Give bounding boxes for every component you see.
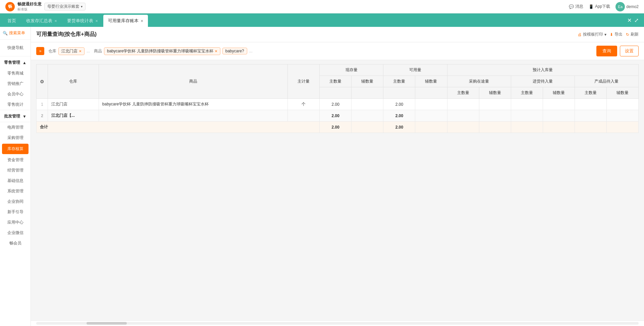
top-bar: 畅 畅捷通好生意 标准版 母婴行业演示账套 ▾ 💬 消息 📱 App下载 Ea … (0, 0, 644, 13)
summary-avail-aux (415, 122, 447, 133)
search-menu-btn[interactable]: 🔍 搜索菜单 (3, 30, 28, 36)
th-cs-main (320, 87, 352, 99)
tab-order-stats-close[interactable]: ✕ (95, 19, 98, 23)
print-icon: 🖨 (578, 32, 582, 37)
expand-btn[interactable]: » (36, 47, 44, 55)
tab-bar-actions: ✕ ⤢ (627, 13, 641, 27)
tab-available-stock[interactable]: 可用量库存账本 ✕ (103, 15, 148, 27)
sidebar-item-system[interactable]: 系统管理 (0, 186, 31, 196)
th-production-arrival: 产成品待入量 (575, 76, 638, 87)
th-settings: ⚙ (37, 64, 48, 99)
warehouse-tag[interactable]: 江北门店 ✕ (58, 47, 85, 55)
th-available-aux-qty: 辅数量 (415, 76, 447, 87)
search-menu-label: 搜索菜单 (9, 30, 25, 36)
product-tag1-text: babycare学饮杯 儿童防摔防撞吸管杯重力球吸嘴杯宝宝水杯 (107, 48, 213, 54)
warehouse-tag-text: 江北门店 (61, 48, 77, 54)
sidebar-item-newbie[interactable]: 新手引导 (0, 207, 31, 217)
industry-selector[interactable]: 母婴行业演示账套 ▾ (44, 3, 86, 10)
summary-prod-aux (606, 122, 638, 133)
row-warehouse-2: 江北门店【... (48, 110, 99, 122)
sidebar-wholesale-title[interactable]: 批发管理 ▼ (0, 110, 31, 122)
sidebar-item-enterprise[interactable]: 企业协同 (0, 196, 31, 207)
sidebar-retail-title[interactable]: 零售管理 ▲ (0, 56, 31, 68)
row-num-2: 2 (37, 110, 48, 122)
gear-icon[interactable]: ⚙ (40, 79, 44, 84)
avatar: Ea (615, 2, 625, 11)
sidebar-item-retail-mall[interactable]: 零售商城 (0, 68, 31, 79)
row-unit-2 (288, 110, 320, 122)
tab-receipt-summary-close[interactable]: ✕ (54, 19, 57, 23)
refresh-icon: ↻ (626, 32, 629, 37)
page-title: 可用量查询(按仓库+商品) (36, 31, 97, 38)
tab-receipt-summary-label: 收发存汇总表 (26, 18, 52, 24)
search-icon: 🔍 (3, 31, 8, 36)
sidebar-item-marketing[interactable]: 营销推广 (0, 79, 31, 89)
export-btn[interactable]: ⬇ 导出 (610, 32, 623, 37)
print-label: 按模板打印 (583, 32, 603, 37)
sidebar-item-app-center[interactable]: 应用中心 (0, 217, 31, 228)
tab-home[interactable]: 首页 (3, 15, 21, 27)
sidebar-item-procurement[interactable]: 采购管理 (0, 133, 31, 143)
top-bar-left: 畅 畅捷通好生意 标准版 母婴行业演示账套 ▾ (5, 1, 86, 12)
row-pt-main-1 (447, 99, 479, 110)
th-warehouse: 仓库 (48, 64, 99, 99)
tab-available-stock-close[interactable]: ✕ (141, 19, 143, 23)
message-btn[interactable]: 💬 消息 (569, 4, 583, 9)
app-download-btn[interactable]: 📱 App下载 (589, 4, 610, 9)
query-btn[interactable]: 查询 (596, 46, 617, 56)
sidebar-quick-nav-label[interactable]: 快捷导航 (0, 42, 31, 53)
sidebar-item-member2[interactable]: 畅会员 (0, 238, 31, 248)
maximize-icon[interactable]: ⤢ (634, 17, 639, 24)
th-current-aux-qty: 辅数量 (352, 76, 383, 87)
tab-receipt-summary[interactable]: 收发存汇总表 ✕ (21, 15, 62, 27)
table-footer (31, 320, 644, 326)
chevron-down-icon: ▼ (22, 114, 26, 119)
table-container: ⚙ 仓库 商品 主计量 现存量 可用量 预计入库量 主数量 辅数量 主数量 辅数… (31, 60, 644, 320)
summary-curr-main: 2.00 (320, 122, 352, 133)
print-template-btn[interactable]: 🖨 按模板打印 ▾ (578, 32, 606, 37)
scroll-track[interactable] (36, 322, 639, 325)
tab-order-stats[interactable]: 要货单统计表 ✕ (62, 15, 103, 27)
summary-pt-aux (479, 122, 511, 133)
sidebar-item-ecommerce[interactable]: 电商管理 (0, 122, 31, 133)
tab-bar: 首页 收发存汇总表 ✕ 要货单统计表 ✕ 可用量库存账本 ✕ ✕ ⤢ (0, 13, 644, 27)
app-download-label: App下载 (595, 4, 610, 9)
sidebar-item-retail-stats[interactable]: 零售统计 (0, 99, 31, 110)
scroll-thumb[interactable] (87, 322, 127, 325)
th-main-unit: 主计量 (288, 64, 320, 99)
row-avail-aux-1 (415, 99, 447, 110)
row-prod-main-1 (575, 99, 606, 110)
th-cs-aux (352, 87, 383, 99)
table-row: 2 江北门店【... 2.00 2.00 (37, 110, 639, 122)
sidebar-item-finance[interactable]: 资金管理 (0, 155, 31, 165)
row-avail-aux-2 (415, 110, 447, 122)
sidebar-item-member[interactable]: 会员中心 (0, 89, 31, 99)
row-pa-aux-2 (543, 110, 575, 122)
close-all-icon[interactable]: ✕ (627, 17, 632, 24)
sidebar-item-basic-info[interactable]: 基础信息 (0, 176, 31, 186)
row-pt-aux-2 (479, 110, 511, 122)
chevron-down-icon2: ▾ (604, 32, 606, 37)
top-bar-right: 💬 消息 📱 App下载 Ea demo2 (569, 2, 639, 11)
user-profile[interactable]: Ea demo2 (615, 2, 639, 11)
filter-bar: » 仓库 江北门店 ✕ ... 商品 babycare学饮杯 儿童防摔防撞吸管杯… (31, 42, 644, 60)
product-tag1[interactable]: babycare学饮杯 儿童防摔防撞吸管杯重力球吸嘴杯宝宝水杯 ✕ (104, 47, 220, 55)
th-purchase-transit: 采购在途量 (447, 76, 511, 87)
sidebar-item-operations[interactable]: 经营管理 (0, 165, 31, 176)
sidebar: 🔍 搜索菜单 快捷导航 零售管理 ▲ 零售商城 营销推广 会员中心 零售统计 批… (0, 27, 31, 326)
product-tag2[interactable]: babycare? (222, 48, 247, 54)
product-label: 商品 (94, 48, 102, 54)
th-pt-aux: 辅数量 (479, 87, 511, 99)
product-ellipsis: ... (249, 49, 253, 53)
sidebar-retail-label: 零售管理 (4, 60, 20, 65)
setting-btn[interactable]: 设置 (620, 46, 639, 56)
sidebar-item-inventory[interactable]: 库存核算 (2, 144, 29, 154)
row-pt-main-2 (447, 110, 479, 122)
row-pa-main-1 (511, 99, 543, 110)
refresh-btn[interactable]: ↻ 刷新 (626, 32, 639, 37)
product-tag1-close[interactable]: ✕ (215, 49, 217, 53)
sidebar-item-wechat[interactable]: 企业微信 (0, 228, 31, 238)
product-filter: 商品 babycare学饮杯 儿童防摔防撞吸管杯重力球吸嘴杯宝宝水杯 ✕ bab… (94, 47, 253, 55)
user-name: demo2 (626, 4, 639, 9)
warehouse-tag-close[interactable]: ✕ (79, 49, 82, 53)
